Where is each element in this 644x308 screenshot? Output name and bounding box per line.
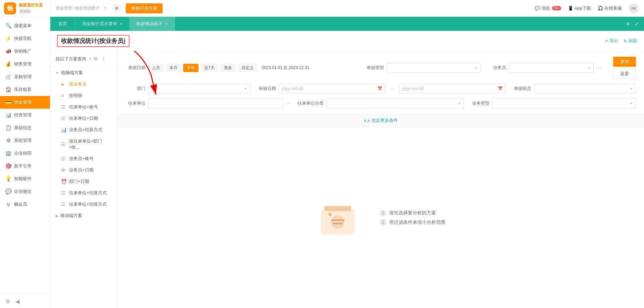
scheme-item-counterpart-date[interactable]: ☰ 往来单位+日期 xyxy=(50,113,117,124)
empty-svg xyxy=(316,196,360,240)
step-1-num: 1 xyxy=(380,210,386,216)
app-download-action[interactable]: 📱 App下载 xyxy=(568,5,591,11)
sidebar-item-label: 采购管理 xyxy=(14,74,32,80)
scheme-item-dept-date[interactable]: ⏰ 部门+日期 xyxy=(50,176,117,187)
tab-receipt-stats-label: 收款情况统计 xyxy=(136,21,162,27)
sidebar-item-operations[interactable]: 📊 经营管理 xyxy=(0,109,50,121)
sidebar-item-smart-hw[interactable]: 💡 智能硬件 xyxy=(0,172,50,185)
user-avatar[interactable]: Rit xyxy=(629,3,639,13)
scheme-collapse-icon[interactable]: 《 xyxy=(100,56,105,62)
biz-type-select[interactable]: ▼ xyxy=(492,98,636,108)
counterpart-select[interactable] xyxy=(148,98,283,108)
sidebar-item-basic-info[interactable]: 📋 基础信息 xyxy=(0,121,50,134)
step-2-text: 用过滤条件来缩小分析范围 xyxy=(389,219,445,225)
messages-action[interactable]: 💬 消息 99+ xyxy=(535,5,561,11)
sidebar-item-finance[interactable]: 💳 资金管理 xyxy=(0,96,50,109)
date-btn-this-year[interactable]: 本年 xyxy=(183,64,199,72)
sidebar-item-sales[interactable]: 💰 销售管理 xyxy=(0,58,50,70)
sidebar-item-system[interactable]: ⚙ 系统管理 xyxy=(0,134,50,147)
search-buttons: 查询 设置 xyxy=(613,57,636,79)
date-btn-last-month[interactable]: 上月 xyxy=(148,64,164,72)
sidebar-item-marketing[interactable]: 📣 营销推广 xyxy=(0,45,50,58)
sidebar-item-purchase[interactable]: 🛒 采购管理 xyxy=(0,70,50,83)
scheme-item-counterpart-account[interactable]: ☰ 往来单位+账号 xyxy=(50,101,117,113)
scheme-item-salesperson-date[interactable]: ⚙ 业务员+日期 xyxy=(50,164,117,176)
sidebar-item-label: 资金管理 xyxy=(14,99,32,105)
refresh-button[interactable]: ↻ 刷新 xyxy=(624,38,637,44)
online-service-label: 在线客服 xyxy=(604,5,622,11)
export-button[interactable]: ↗ 导出 xyxy=(604,38,618,44)
calendar-icon: 📅 xyxy=(377,86,382,91)
scheme-item-counterpart-dept[interactable]: ☰ 按往来单位+部门+收... xyxy=(50,136,117,153)
counterpart-field: 往来单位 ··· xyxy=(125,98,292,108)
tab-home-label: 首页 xyxy=(58,21,67,27)
sidebar-item-quick-nav[interactable]: ⚡ 快捷导航 xyxy=(0,32,50,45)
doc-status-field: 单据状态 ▼ xyxy=(511,84,636,94)
scheme-settings-icon[interactable]: ⚙ xyxy=(94,56,98,62)
date-btn-7days[interactable]: 近7天 xyxy=(201,64,218,72)
salesperson-select[interactable]: ▼ xyxy=(509,63,594,73)
date-btn-this-month[interactable]: 本月 xyxy=(166,64,181,72)
svg-point-2 xyxy=(331,215,344,229)
basic-info-icon: 📋 xyxy=(5,125,11,131)
review-date-from[interactable]: yyyy-mm-dd 📅 xyxy=(279,84,385,94)
dept-label: 部门 xyxy=(125,86,146,92)
sidebar-item-label: 基础信息 xyxy=(14,125,32,131)
sidebar-item-wechat[interactable]: 💬 企业微信 xyxy=(0,185,50,198)
empty-state: 1 请先选择要分析的方案 2 用过滤条件来缩小分析范围 xyxy=(117,127,644,308)
scheme-mobile-group: ▶ 移动端方案 xyxy=(50,210,117,221)
review-date-to[interactable]: yyyy-mm-dd 📅 xyxy=(399,84,506,94)
query-button[interactable]: 查询 xyxy=(613,57,636,67)
tab-home[interactable]: 首页 xyxy=(50,17,75,31)
salesperson-more-btn[interactable]: ··· xyxy=(596,65,602,70)
sidebar-item-guide[interactable]: 🎯 新手引导 xyxy=(0,160,50,172)
sidebar-item-member[interactable]: V 畅会员 xyxy=(0,198,50,211)
scheme-item-counterpart-settlement1[interactable]: ☰ 往来单位+结算方式 xyxy=(50,187,117,199)
desktop-group-label: 电脑端方案 xyxy=(61,70,83,76)
logo-badge: 标准版 xyxy=(19,9,32,14)
tab-receipt-stats-close[interactable]: × xyxy=(165,21,168,26)
tab-close-all-icon[interactable]: ✕ xyxy=(626,21,630,27)
counterpart-dept-icon: ☰ xyxy=(61,142,66,147)
scheme-item-counterpart-settlement2[interactable]: ☰ 往来单位+结算方式 xyxy=(50,199,117,210)
date-btn-custom[interactable]: 自定义 xyxy=(238,64,257,72)
marketing-icon: 📣 xyxy=(5,48,11,54)
doc-type-select[interactable]: ▼ xyxy=(387,63,481,73)
scheme-header-label: 按以下方案查询 xyxy=(56,56,86,62)
scheme-sidebar: 按以下方案查询 + ⚙ 《 ▼ 电脑端方案 ● 按业务员 xyxy=(50,51,117,308)
scheme-mobile-group-title[interactable]: ▶ 移动端方案 xyxy=(50,210,117,221)
date-btn-more[interactable]: 更多 xyxy=(220,64,236,72)
sidebar-item-inventory[interactable]: 🏠 库存核算 xyxy=(0,83,50,96)
tab-bank-flow-close[interactable]: × xyxy=(120,21,122,26)
collapse-btn-label: 收起更多条件 xyxy=(372,117,398,123)
dept-select[interactable]: ▼ xyxy=(148,84,251,94)
dept-arrow: ▼ xyxy=(244,87,248,91)
footer-collapse-icon[interactable]: ◀ xyxy=(15,298,19,305)
tab-bank-flow[interactable]: 现金银行流水查询 × xyxy=(75,17,129,31)
scheme-item-by-detail[interactable]: ≡ 按明细 xyxy=(50,90,117,101)
scheme-add-icon[interactable]: + xyxy=(89,56,92,62)
tab-receipt-stats[interactable]: 收款情况统计 × xyxy=(129,17,175,31)
scheme-item-by-salesperson[interactable]: ● 按业务员 xyxy=(50,79,117,90)
footer-settings-icon[interactable]: ⚙ xyxy=(5,298,10,305)
sales-icon: 💰 xyxy=(5,61,11,67)
empty-illustration xyxy=(316,196,360,240)
online-service-action[interactable]: 🎧 在线客服 xyxy=(598,5,622,11)
scheme-item-salesperson-account[interactable]: ☰ 业务员+账号 xyxy=(50,153,117,164)
counterpart-category-select[interactable]: ▼ xyxy=(326,98,464,108)
header-settings-button[interactable]: ⚙ xyxy=(112,3,122,13)
counterpart-more-btn[interactable]: ··· xyxy=(286,101,292,106)
date-range-text: 2023-01-01 至 2023-12-31 xyxy=(262,65,309,71)
scheme-header-icons: + ⚙ 《 xyxy=(89,56,105,62)
doc-status-select[interactable]: ▼ xyxy=(534,84,636,94)
form-row-2: 部门 ▼ 审核日期 yyyy-mm-dd 📅 xyxy=(125,84,636,94)
scheme-item-salesperson-settlement[interactable]: 📊 业务员+结算方式 xyxy=(50,124,117,136)
scheme-item-label: 按往来单位+部门+收... xyxy=(69,138,112,150)
settings-button[interactable]: 设置 xyxy=(613,69,636,79)
scheme-desktop-group-title[interactable]: ▼ 电脑端方案 xyxy=(50,67,117,79)
sidebar-item-enterprise[interactable]: 🏢 企业协同 xyxy=(0,147,50,160)
sidebar-item-search-menu[interactable]: 🔍 搜索菜单 xyxy=(0,19,50,32)
trial-btn[interactable]: 体验行业方案 xyxy=(126,3,163,13)
collapse-bar[interactable]: ∧∧ 收起更多条件 xyxy=(117,114,644,127)
tab-expand-icon[interactable]: ⤢ xyxy=(634,21,639,27)
